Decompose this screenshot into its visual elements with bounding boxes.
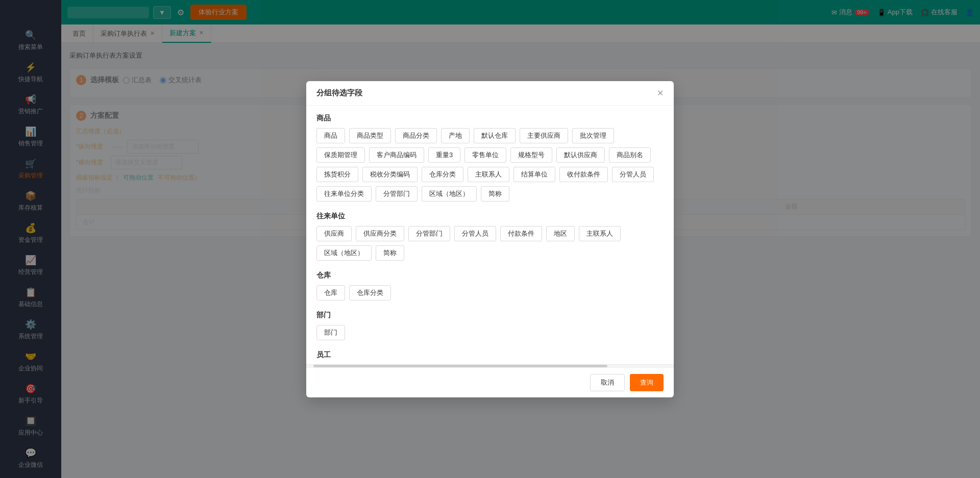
chip-product-type[interactable]: 商品类型 [349, 128, 391, 143]
dialog-header: 分组待选字段 ✕ [306, 81, 674, 106]
chip-default-warehouse[interactable]: 默认仓库 [474, 128, 516, 143]
chip-product[interactable]: 商品 [316, 128, 345, 143]
field-group-product: 商品 商品 商品类型 商品分类 产地 默认仓库 主要供应商 批次管理 保质期管理… [316, 114, 664, 202]
chip-region-partner[interactable]: 区域（地区） [316, 245, 372, 251]
field-group-product-title: 商品 [316, 114, 664, 123]
chip-pick-points[interactable]: 拣货积分 [316, 167, 358, 182]
chip-main-supplier[interactable]: 主要供应商 [520, 128, 568, 143]
chip-batch-mgmt[interactable]: 批次管理 [572, 128, 614, 143]
chip-supervisor[interactable]: 分管人员 [612, 167, 654, 182]
chip-dept-partner[interactable]: 分管部门 [408, 226, 450, 241]
chip-short-name-product[interactable]: 简称 [481, 186, 509, 202]
chip-contact-partner[interactable]: 主联系人 [579, 226, 621, 241]
chip-payment-cond[interactable]: 付款条件 [500, 226, 542, 241]
chip-payment-terms[interactable]: 收付款条件 [559, 167, 608, 182]
chip-product-category[interactable]: 商品分类 [395, 128, 437, 143]
product-field-chips: 商品 商品类型 商品分类 产地 默认仓库 主要供应商 批次管理 保质期管理 客户… [316, 128, 664, 202]
modal-overlay: 分组待选字段 ✕ 商品 商品 商品类型 商品分类 产地 默认仓库 主要供应商 批… [0, 0, 980, 251]
chip-default-supplier[interactable]: 默认供应商 [556, 147, 605, 163]
chip-supplier-category[interactable]: 供应商分类 [356, 226, 404, 241]
partner-field-chips: 供应商 供应商分类 分管部门 分管人员 付款条件 地区 主联系人 区域（地区） … [316, 226, 664, 251]
chip-weight[interactable]: 重量3 [428, 147, 460, 163]
chip-origin[interactable]: 产地 [441, 128, 470, 143]
chip-warehouse-category[interactable]: 仓库分类 [422, 167, 463, 182]
field-group-partner: 往来单位 供应商 供应商分类 分管部门 分管人员 付款条件 地区 主联系人 区域… [316, 212, 664, 251]
chip-spec-model[interactable]: 规格型号 [510, 147, 552, 163]
field-group-partner-title: 往来单位 [316, 212, 664, 221]
chip-settlement-unit[interactable]: 结算单位 [513, 167, 555, 182]
chip-region-product[interactable]: 区域（地区） [422, 186, 477, 202]
chip-person-partner[interactable]: 分管人员 [454, 226, 496, 241]
chip-tax-code[interactable]: 税收分类编码 [362, 167, 418, 182]
chip-area-partner[interactable]: 地区 [546, 226, 575, 241]
chip-main-contact[interactable]: 主联系人 [468, 167, 509, 182]
dialog-body[interactable]: 商品 商品 商品类型 商品分类 产地 默认仓库 主要供应商 批次管理 保质期管理… [306, 106, 674, 251]
chip-product-alias[interactable]: 商品别名 [609, 147, 651, 163]
chip-short-name-partner[interactable]: 简称 [376, 245, 404, 251]
chip-customer-sku[interactable]: 客户商品编码 [369, 147, 424, 163]
chip-partner-category[interactable]: 往来单位分类 [316, 186, 372, 202]
dialog-title: 分组待选字段 [316, 88, 362, 98]
chip-shelf-life[interactable]: 保质期管理 [316, 147, 365, 163]
field-select-dialog: 分组待选字段 ✕ 商品 商品 商品类型 商品分类 产地 默认仓库 主要供应商 批… [306, 81, 674, 251]
dialog-close-button[interactable]: ✕ [657, 88, 664, 98]
chip-managing-dept[interactable]: 分管部门 [376, 186, 418, 202]
chip-retail-unit[interactable]: 零售单位 [464, 147, 506, 163]
chip-supplier[interactable]: 供应商 [316, 226, 352, 241]
